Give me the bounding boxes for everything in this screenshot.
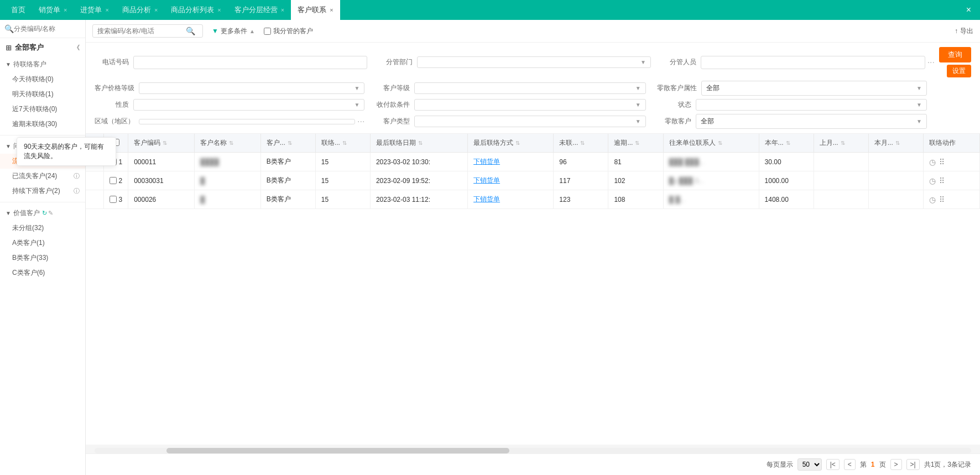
sidebar-item-ungrouped[interactable]: 未分组(32) [0,221,85,236]
group-value-customers: ▼ 价值客户 ↻ ✎ 未分组(32) A类客户(1) B类客户(33) C类客户… [0,205,85,281]
last-method-link[interactable]: 下销货单 [473,195,500,203]
nav-tab-sales[interactable]: 销货单 × [32,0,74,20]
row-num: 3 [103,190,128,209]
more-action-icon[interactable]: ⠿ [939,176,945,185]
filter-type-select[interactable]: ▼ [414,116,645,127]
close-icon[interactable]: × [64,7,67,13]
close-icon[interactable]: × [281,7,284,13]
prev-page-button[interactable]: < [844,459,856,470]
filter-phone-label: 电话号码 [95,58,133,67]
pagination-bar: 每页显示 50 |< < 第 1 页 > >| 共1页，3条记录 [86,453,980,475]
filter-region-select[interactable] [139,119,355,124]
close-icon[interactable]: × [217,7,221,13]
edit-icon[interactable]: ✎ [48,210,53,217]
close-icon[interactable]: × [154,7,158,13]
filter-button[interactable]: ▼ 更多条件 ▲ [208,25,258,38]
sidebar-item-7days[interactable]: 近7天待联络(0) [0,102,85,117]
sort-icon[interactable]: ⇅ [418,140,423,146]
th-contacts-person: 往来单位联系人⇅ [663,134,759,153]
sort-icon[interactable]: ⇅ [229,140,233,146]
nav-tab-customer-tier[interactable]: 客户分层经营 × [228,0,291,20]
sort-icon[interactable]: ⇅ [786,140,790,146]
per-page-select[interactable]: 50 [797,458,822,471]
filter-level-select[interactable]: ▼ [414,82,645,94]
filter-dept-select[interactable]: ▼ [417,56,651,68]
scrollbar-thumb[interactable] [166,448,509,453]
contact-icon[interactable]: ◷ [929,195,936,204]
my-customers-check[interactable] [264,28,271,35]
contact-icon[interactable]: ◷ [929,158,936,166]
filter-manager-input[interactable] [701,56,925,69]
refresh-icon[interactable]: ↻ [42,210,47,217]
window-close-button[interactable]: × [962,3,976,17]
my-customers-checkbox[interactable]: 我分管的客户 [264,27,313,36]
filter-price-select[interactable]: ▼ [139,82,364,94]
nav-tab-analysis-list[interactable]: 商品分析列表 × [164,0,227,20]
sidebar-search-input[interactable] [14,25,86,33]
more-action-icon[interactable]: ⠿ [939,158,945,166]
sort-icon[interactable]: ⇅ [163,140,167,146]
more-action-icon[interactable]: ⠿ [939,195,945,204]
th-action-label: 联络动作 [929,139,956,147]
more-icon[interactable]: ··· [357,117,364,127]
group-value-customers-title[interactable]: ▼ 价值客户 ↻ ✎ [0,206,85,221]
sort-icon[interactable]: ⇅ [580,140,585,146]
sort-icon[interactable]: ⇅ [718,140,722,146]
th-code: 客户编码⇅ [128,134,195,153]
collapse-icon[interactable]: 《 [74,44,80,52]
filter-retail-select[interactable]: 全部 ▼ [696,114,927,129]
sidebar-item-c-class[interactable]: C类客户(6) [0,265,85,280]
last-method-link[interactable]: 下销货单 [473,176,500,184]
group-pending-contact-title[interactable]: ▼ 待联络客户 [0,57,85,72]
sort-icon[interactable]: ⇅ [635,140,639,146]
row-checkbox[interactable] [110,177,117,184]
horizontal-scrollbar[interactable] [95,448,971,453]
filter-status-select[interactable]: ▼ [696,99,927,111]
filter-attr-select[interactable]: 全部 ▼ [701,81,927,96]
last-method-link[interactable]: 下销货单 [473,158,500,165]
sort-icon[interactable]: ⇅ [288,140,292,146]
today-label: 今天待联络(0) [12,75,54,84]
query-button[interactable]: 查询 [939,47,971,62]
export-button[interactable]: ↑ 导出 [955,27,973,36]
filter-payment-select[interactable]: ▼ [414,99,645,111]
nav-tab-purchase[interactable]: 进货单 × [74,0,115,20]
sort-icon[interactable]: ⇅ [841,140,845,146]
row-checkbox[interactable] [110,196,117,203]
sidebar-item-a-class[interactable]: A类客户(1) [0,236,85,250]
th-last-method: 最后联络方式⇅ [468,134,554,153]
nav-tab-customer-contact[interactable]: 客户联系 × [291,0,340,20]
th-last-method-label: 最后联络方式 [473,138,513,148]
data-table-area: ⚙ 客户编码⇅ 客户名称⇅ 客户...⇅ 联络...⇅ 最后联络日期⇅ 最后联络… [86,134,980,445]
sort-icon[interactable]: ⇅ [895,140,900,146]
last-page-button[interactable]: >| [906,459,920,470]
next-page-button[interactable]: > [890,459,902,470]
filter-status-label: 状态 [657,100,696,109]
settings-button[interactable]: 设置 [947,65,971,77]
sidebar-item-today[interactable]: 今天待联络(0) [0,72,85,87]
row-uncontacted: 123 [554,190,608,209]
close-icon[interactable]: × [105,7,108,13]
close-icon[interactable]: × [330,7,333,13]
sidebar-item-declining[interactable]: 持续下滑客户(2) ⓘ [0,184,85,199]
sort-icon[interactable]: ⇅ [342,140,347,146]
search-icon[interactable]: 🔍 [186,27,195,35]
filter-nature-select[interactable]: ▼ [133,99,364,111]
search-input[interactable] [97,27,186,35]
first-page-button[interactable]: |< [826,459,840,470]
filter-retail-value: 全部 [701,117,714,126]
row-action: ◷ ⠿ [923,171,979,190]
nav-tab-home[interactable]: 首页 [4,0,32,20]
chevron-down-icon: ▼ [916,118,922,124]
contact-icon[interactable]: ◷ [929,176,936,185]
sidebar-item-overdue[interactable]: 逾期未联络(30) [0,117,85,132]
th-this-year: 本年...⇅ [759,134,814,153]
sort-icon[interactable]: ⇅ [515,140,520,146]
sidebar-item-churned[interactable]: 已流失客户(24) ⓘ [0,169,85,184]
filter-phone-input[interactable] [133,56,367,69]
nav-tab-analysis[interactable]: 商品分析 × [116,0,164,20]
more-icon[interactable]: ··· [927,58,935,67]
sidebar-item-tomorrow[interactable]: 明天待联络(1) [0,87,85,102]
sidebar-item-b-class[interactable]: B类客户(33) [0,250,85,265]
all-customers-label: 全部客户 [15,43,44,53]
